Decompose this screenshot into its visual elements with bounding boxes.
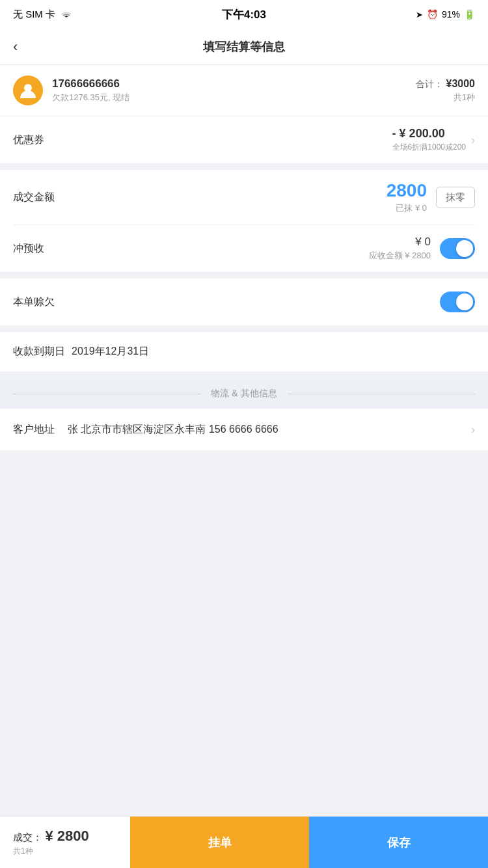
coupon-right: - ¥ 200.00 全场6折满1000减200 › [392,127,475,153]
bottom-bar: 成交： ¥ 2800 共1种 挂单 保存 [0,816,488,868]
arrears-toggle[interactable] [440,292,475,312]
total-value: ¥3000 [446,78,476,89]
arrears-toggle-knob [456,293,473,310]
date-row: 收款到期日 2019年12月31日 [13,332,475,372]
content: 17666666666 欠款1276.35元, 现结 合计： ¥3000 共1种… [0,65,488,587]
customer-phone: 17666666666 [52,77,129,90]
location-icon: ➤ [416,10,423,20]
bottom-summary: 成交： ¥ 2800 共1种 [0,828,130,857]
round-button[interactable]: 抹零 [436,187,475,208]
chevron-right-icon: › [471,133,475,147]
transaction-right: 2800 已抹 ¥ 0 抹零 [386,180,475,214]
transaction-sub-value: 已抹 ¥ 0 [386,202,427,214]
prepay-label: 冲预收 [13,242,44,256]
prepay-row: 冲预收 ¥ 0 应收金额 ¥ 2800 [13,225,475,272]
coupon-row[interactable]: 优惠券 - ¥ 200.00 全场6折满1000减200 › [0,116,488,163]
total-row: 合计： ¥3000 [416,78,475,90]
date-section: 收款到期日 2019年12月31日 [0,332,488,372]
customer-card: 17666666666 欠款1276.35元, 现结 合计： ¥3000 共1种… [0,65,488,163]
prepay-sub: 应收金额 ¥ 2800 [369,250,431,262]
amount-section: 成交金额 2800 已抹 ¥ 0 抹零 冲预收 ¥ 0 应收金额 ¥ 2800 [0,170,488,272]
nav-bar: ‹ 填写结算等信息 [0,29,488,65]
empty-area [0,457,488,535]
page-title: 填写结算等信息 [203,39,285,55]
hold-button-label: 挂单 [208,835,232,850]
status-bar-right: ➤ ⏰ 91% 🔋 [416,9,475,20]
divider-section: 物流 & 其他信息 [0,378,488,409]
divider-text: 物流 & 其他信息 [200,388,287,400]
bottom-count: 共1种 [13,846,117,857]
transaction-main-value: 2800 [386,180,427,201]
transaction-row: 成交金额 2800 已抹 ¥ 0 抹零 [13,170,475,225]
bottom-transaction-value: ¥ 2800 [45,828,88,844]
bottom-transaction-label: 成交： [13,832,42,843]
prepay-toggle[interactable] [440,238,475,259]
transaction-value-block: 2800 已抹 ¥ 0 [386,180,427,214]
due-date-label: 收款到期日 [13,345,65,359]
due-date-value: 2019年12月31日 [72,345,149,359]
battery-label: 91% [442,9,460,20]
customer-row: 17666666666 欠款1276.35元, 现结 合计： ¥3000 共1种 [0,65,488,116]
arrears-label: 本单赊欠 [13,295,55,309]
total-label: 合计： [416,79,443,89]
coupon-label: 优惠券 [13,133,44,147]
back-button[interactable]: ‹ [13,38,18,55]
prepay-right: ¥ 0 应收金额 ¥ 2800 [369,236,475,262]
alarm-icon: ⏰ [427,9,438,20]
address-section: 客户地址 张 北京市市辖区海淀区永丰南 156 6666 6666 › [0,409,488,450]
status-bar: 无 SIM 卡 下午4:03 ➤ ⏰ 91% 🔋 [0,0,488,29]
bottom-total-row: 成交： ¥ 2800 [13,828,117,845]
customer-debt: 欠款1276.35元, 现结 [52,92,129,103]
prepay-amount: ¥ 0 [369,236,431,249]
status-bar-time: 下午4:03 [222,7,266,22]
hold-button[interactable]: 挂单 [130,817,309,868]
address-label: 客户地址 [13,423,55,437]
avatar [13,75,43,105]
item-count: 共1种 [416,92,475,103]
battery-icon: 🔋 [464,9,475,20]
transaction-label: 成交金额 [13,191,55,204]
customer-right: 合计： ¥3000 共1种 [416,78,475,103]
address-value: 张 北京市市辖区海淀区永丰南 156 6666 6666 [68,422,471,437]
address-row[interactable]: 客户地址 张 北京市市辖区海淀区永丰南 156 6666 6666 › [13,409,475,450]
carrier-label: 无 SIM 卡 [13,8,55,21]
customer-left: 17666666666 欠款1276.35元, 现结 [13,75,129,105]
address-chevron-icon: › [471,423,475,437]
save-button[interactable]: 保存 [309,817,488,868]
status-bar-left: 无 SIM 卡 [13,8,72,21]
arrears-row: 本单赊欠 [13,278,475,325]
prepay-value-block: ¥ 0 应收金额 ¥ 2800 [369,236,431,262]
coupon-amount: - ¥ 200.00 [392,127,466,141]
save-button-label: 保存 [387,835,411,850]
coupon-desc: 全场6折满1000减200 [392,142,466,153]
arrears-section: 本单赊欠 [0,278,488,325]
user-icon [18,80,38,101]
toggle-knob [456,240,473,257]
coupon-amount-block: - ¥ 200.00 全场6折满1000减200 [392,127,466,153]
customer-info: 17666666666 欠款1276.35元, 现结 [52,77,129,103]
wifi-icon [61,10,72,19]
